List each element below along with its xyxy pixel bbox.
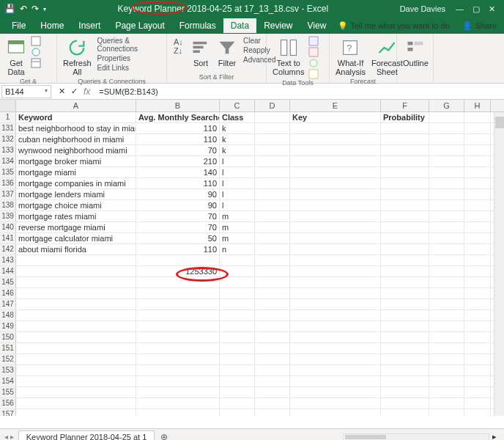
cell[interactable] xyxy=(464,266,491,276)
cell[interactable] xyxy=(136,398,220,408)
cell[interactable] xyxy=(381,398,429,408)
row-header[interactable]: 157 xyxy=(0,409,16,416)
cell[interactable] xyxy=(255,354,290,364)
cell[interactable] xyxy=(136,310,220,320)
col-B[interactable]: B xyxy=(136,100,220,111)
cell[interactable] xyxy=(290,387,381,397)
tab-data[interactable]: Data xyxy=(223,18,256,33)
cell[interactable] xyxy=(136,409,220,416)
cell[interactable]: best neighborhood to stay in miami xyxy=(16,123,136,133)
cell[interactable] xyxy=(381,277,429,287)
row-header[interactable]: 144 xyxy=(0,266,16,276)
cell[interactable] xyxy=(381,222,429,232)
cell[interactable]: 1253330 xyxy=(136,266,220,276)
cell[interactable] xyxy=(464,310,491,320)
cell[interactable]: l xyxy=(220,200,255,210)
cell[interactable] xyxy=(290,365,381,375)
cell[interactable] xyxy=(429,189,464,199)
filter-button[interactable]: Filter xyxy=(215,36,239,69)
vertical-scrollbar[interactable] xyxy=(494,112,504,416)
cell[interactable]: Avg. Monthly Searches xyxy=(136,112,220,122)
cell[interactable]: 70 xyxy=(136,211,220,221)
queries-link[interactable]: Queries & Connections xyxy=(96,36,162,54)
tab-view[interactable]: View xyxy=(300,18,334,33)
share-button[interactable]: 👤Share xyxy=(455,19,504,33)
consolidate-icon[interactable] xyxy=(308,69,320,79)
cell[interactable] xyxy=(464,332,491,342)
cell[interactable] xyxy=(464,387,491,397)
cell[interactable] xyxy=(381,233,429,243)
cell[interactable] xyxy=(464,277,491,287)
cell[interactable] xyxy=(290,266,381,276)
cell[interactable]: 210 xyxy=(136,156,220,166)
cell[interactable] xyxy=(429,156,464,166)
cell[interactable] xyxy=(429,376,464,386)
cell[interactable] xyxy=(464,112,491,122)
cell[interactable]: cuban neighborhood in miami xyxy=(16,134,136,144)
cell[interactable] xyxy=(220,255,255,265)
col-H[interactable]: H xyxy=(464,100,491,111)
cell[interactable] xyxy=(290,288,381,298)
cell[interactable] xyxy=(381,376,429,386)
cell[interactable] xyxy=(464,343,491,353)
cell[interactable] xyxy=(255,123,290,133)
from-table-icon[interactable] xyxy=(31,58,42,68)
cell[interactable] xyxy=(429,167,464,177)
cell[interactable]: Keyword xyxy=(16,112,136,122)
redo-icon[interactable]: ↷ xyxy=(32,4,39,14)
cell[interactable] xyxy=(464,200,491,210)
cell[interactable] xyxy=(255,167,290,177)
cell[interactable] xyxy=(429,387,464,397)
cell[interactable] xyxy=(290,376,381,386)
cell[interactable] xyxy=(381,123,429,133)
cell[interactable]: l xyxy=(220,167,255,177)
cell[interactable] xyxy=(220,343,255,353)
cell[interactable]: m xyxy=(220,211,255,221)
cell[interactable] xyxy=(290,244,381,254)
cell[interactable] xyxy=(381,343,429,353)
name-box[interactable]: B144▾ xyxy=(1,85,51,98)
user-name[interactable]: Dave Davies xyxy=(400,4,445,13)
close-icon[interactable]: ✕ xyxy=(484,4,500,14)
cell[interactable] xyxy=(255,398,290,408)
cell[interactable] xyxy=(255,277,290,287)
cell[interactable] xyxy=(381,266,429,276)
col-G[interactable]: G xyxy=(429,100,464,111)
cell[interactable]: 90 xyxy=(136,189,220,199)
row-header[interactable]: 134 xyxy=(0,156,16,166)
cell[interactable] xyxy=(290,277,381,287)
whatif-button[interactable]: ?What-If Analysis xyxy=(334,36,367,78)
select-all-corner[interactable] xyxy=(0,100,16,111)
cell[interactable] xyxy=(290,255,381,265)
cell[interactable]: 70 xyxy=(136,222,220,232)
cell[interactable] xyxy=(255,244,290,254)
cell[interactable] xyxy=(464,288,491,298)
row-header[interactable]: 154 xyxy=(0,376,16,386)
row-header[interactable]: 137 xyxy=(0,189,16,199)
cell[interactable] xyxy=(290,156,381,166)
cell[interactable] xyxy=(290,134,381,144)
cell[interactable]: Key xyxy=(290,112,381,122)
cell[interactable] xyxy=(16,332,136,342)
cell[interactable] xyxy=(464,354,491,364)
cell[interactable] xyxy=(220,266,255,276)
row-header[interactable]: 140 xyxy=(0,222,16,232)
data-val-icon[interactable] xyxy=(308,58,320,68)
cell[interactable] xyxy=(429,398,464,408)
cell[interactable] xyxy=(16,266,136,276)
cell[interactable] xyxy=(220,321,255,331)
cell[interactable] xyxy=(429,354,464,364)
fx-icon[interactable]: fx xyxy=(84,87,90,97)
cell[interactable] xyxy=(381,145,429,155)
cell[interactable]: 90 xyxy=(136,200,220,210)
cell[interactable] xyxy=(290,409,381,416)
cell[interactable] xyxy=(255,178,290,188)
row-header[interactable]: 146 xyxy=(0,288,16,298)
cell[interactable] xyxy=(464,299,491,309)
cell[interactable] xyxy=(464,222,491,232)
cell[interactable] xyxy=(255,233,290,243)
from-web-icon[interactable] xyxy=(31,47,42,57)
cell[interactable] xyxy=(136,277,220,287)
cell[interactable] xyxy=(381,299,429,309)
cell[interactable] xyxy=(16,299,136,309)
